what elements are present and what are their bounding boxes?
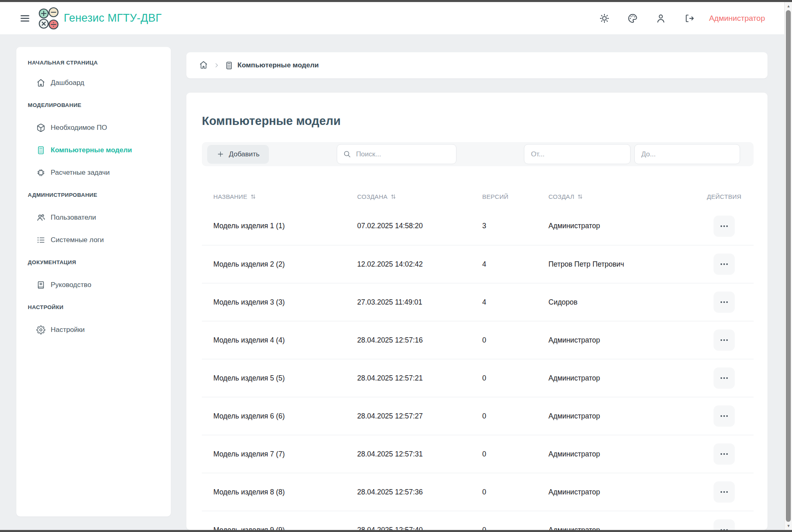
cell-versions: 0 bbox=[482, 412, 548, 421]
app-title: Генезис МГТУ-ДВГ bbox=[64, 12, 162, 24]
column-header-creator[interactable]: СОЗДАЛ bbox=[548, 193, 695, 200]
row-actions-button[interactable] bbox=[714, 216, 735, 237]
menu-hamburger-icon[interactable] bbox=[18, 11, 32, 25]
add-button[interactable]: Добавить bbox=[207, 145, 269, 164]
sidebar-item-computation-tasks[interactable]: Расчетные задачи bbox=[16, 161, 171, 184]
main-panel: Компьютерные модели Добавить НАЗВАНИЕ СО… bbox=[186, 93, 767, 530]
app-window: Генезис МГТУ-ДВГ Администратор НАЧАЛЬНАЯ… bbox=[0, 2, 784, 530]
cell-name: Модель изделия 5 (5) bbox=[202, 374, 357, 383]
sidebar-item-label: Руководство bbox=[51, 281, 91, 289]
cell-name: Модель изделия 6 (6) bbox=[202, 412, 357, 421]
theme-sun-icon[interactable] bbox=[599, 13, 610, 24]
row-actions-button[interactable] bbox=[714, 481, 735, 503]
sidebar-item-label: Компьютерные модели bbox=[51, 146, 132, 154]
cell-created: 12.02.2025 14:02:42 bbox=[357, 260, 482, 269]
sidebar-section-settings: НАСТРОЙКИ bbox=[16, 296, 171, 318]
sidebar-section-documentation: ДОКУМЕНТАЦИЯ bbox=[16, 251, 171, 274]
users-icon bbox=[36, 213, 45, 222]
search-input[interactable] bbox=[337, 144, 456, 164]
cell-versions: 0 bbox=[482, 488, 548, 496]
logout-icon[interactable] bbox=[683, 13, 695, 24]
table-header-row: НАЗВАНИЕ СОЗДАНА ВЕРСИЙ СОЗДАЛ ДЕЙСТВИЯ bbox=[202, 186, 754, 207]
cell-name: Модель изделия 7 (7) bbox=[202, 450, 357, 459]
row-actions-button[interactable] bbox=[714, 329, 735, 351]
palette-icon[interactable] bbox=[627, 13, 638, 24]
row-actions-button[interactable] bbox=[714, 405, 735, 427]
sidebar-item-label: Дашбоард bbox=[51, 79, 84, 87]
sidebar-item-users[interactable]: Пользователи bbox=[16, 206, 171, 229]
cell-created: 07.02.2025 14:58:20 bbox=[357, 222, 482, 230]
column-header-versions: ВЕРСИЙ bbox=[482, 193, 548, 200]
table-row: Модель изделия 5 (5) 28.04.2025 12:57:21… bbox=[202, 359, 754, 397]
book-icon bbox=[36, 280, 45, 289]
row-actions-button[interactable] bbox=[714, 292, 735, 313]
sidebar-item-label: Необходимое ПО bbox=[51, 124, 107, 132]
cell-versions: 0 bbox=[482, 450, 548, 459]
cell-name: Модель изделия 1 (1) bbox=[202, 222, 357, 230]
ellipsis-icon bbox=[719, 411, 729, 421]
window-top-edge bbox=[0, 0, 792, 2]
sidebar-item-required-software[interactable]: Необходимое ПО bbox=[16, 116, 171, 139]
ellipsis-icon bbox=[719, 259, 729, 269]
top-bar: Генезис МГТУ-ДВГ Администратор bbox=[0, 2, 784, 34]
cell-name: Модель изделия 3 (3) bbox=[202, 298, 357, 307]
sidebar-item-system-logs[interactable]: Системные логи bbox=[16, 229, 171, 251]
ellipsis-icon bbox=[719, 335, 729, 345]
cell-created: 28.04.2025 12:57:16 bbox=[357, 336, 482, 345]
table-row: Модель изделия 4 (4) 28.04.2025 12:57:16… bbox=[202, 321, 754, 359]
page-scrollbar[interactable]: ▲ ▼ bbox=[784, 2, 792, 530]
table-toolbar: Добавить bbox=[202, 142, 754, 166]
current-user-role[interactable]: Администратор bbox=[709, 14, 765, 23]
row-actions-button[interactable] bbox=[714, 443, 735, 465]
cell-creator: Администратор bbox=[548, 222, 695, 230]
date-from-input[interactable] bbox=[524, 144, 631, 164]
breadcrumb: Компьютерные модели bbox=[186, 52, 767, 78]
cell-creator: Администратор bbox=[548, 412, 695, 421]
breadcrumb-home-icon[interactable] bbox=[199, 60, 208, 70]
cell-versions: 4 bbox=[482, 260, 548, 269]
cell-versions: 3 bbox=[482, 222, 548, 230]
column-header-created[interactable]: СОЗДАНА bbox=[357, 193, 482, 200]
row-actions-button[interactable] bbox=[714, 367, 735, 389]
cell-name: Модель изделия 2 (2) bbox=[202, 260, 357, 269]
table-row: Модель изделия 7 (7) 28.04.2025 12:57:31… bbox=[202, 435, 754, 473]
add-button-label: Добавить bbox=[229, 150, 260, 158]
column-header-actions: ДЕЙСТВИЯ bbox=[695, 193, 754, 200]
window-bottom-edge bbox=[0, 530, 792, 532]
cell-versions: 4 bbox=[482, 298, 548, 307]
cell-creator: Петров Петр Петрович bbox=[548, 260, 695, 269]
cell-versions: 0 bbox=[482, 336, 548, 345]
sidebar-item-label: Настройки bbox=[51, 326, 85, 334]
ellipsis-icon bbox=[719, 487, 729, 497]
models-table: НАЗВАНИЕ СОЗДАНА ВЕРСИЙ СОЗДАЛ ДЕЙСТВИЯ bbox=[202, 186, 754, 532]
sort-icon bbox=[250, 194, 256, 200]
row-actions-button[interactable] bbox=[714, 254, 735, 275]
cell-created: 28.04.2025 12:57:27 bbox=[357, 412, 482, 421]
table-row: Модель изделия 1 (1) 07.02.2025 14:58:20… bbox=[202, 207, 754, 245]
cell-created: 28.04.2025 12:57:31 bbox=[357, 450, 482, 459]
table-row: Модель изделия 3 (3) 27.03.2025 11:49:01… bbox=[202, 283, 754, 321]
scrollbar-thumb[interactable] bbox=[786, 10, 791, 522]
scrollbar-up-arrow[interactable]: ▲ bbox=[785, 3, 792, 9]
column-header-name[interactable]: НАЗВАНИЕ bbox=[202, 193, 357, 200]
sidebar-item-label: Расчетные задачи bbox=[51, 169, 110, 177]
cell-versions: 0 bbox=[482, 374, 548, 383]
sidebar: НАЧАЛЬНАЯ СТРАНИЦА Дашбоард МОДЕЛИРОВАНИ… bbox=[16, 47, 171, 516]
ellipsis-icon bbox=[719, 373, 729, 383]
cell-creator: Администратор bbox=[548, 488, 695, 496]
sidebar-item-dashboard[interactable]: Дашбоард bbox=[16, 71, 171, 94]
app-logo-icon bbox=[38, 7, 60, 30]
date-to-input[interactable] bbox=[634, 144, 740, 164]
sidebar-item-manual[interactable]: Руководство bbox=[16, 274, 171, 296]
calculator-icon bbox=[36, 145, 45, 155]
sidebar-item-computer-models[interactable]: Компьютерные модели bbox=[16, 139, 171, 161]
sidebar-item-settings[interactable]: Настройки bbox=[16, 318, 171, 341]
ellipsis-icon bbox=[719, 221, 729, 231]
cell-creator: Администратор bbox=[548, 450, 695, 459]
sidebar-section-administration: АДМИНИСТРИРОВАНИЕ bbox=[16, 184, 171, 206]
box-icon bbox=[36, 123, 45, 132]
user-icon[interactable] bbox=[655, 13, 667, 24]
calculator-icon bbox=[225, 61, 233, 70]
page-title: Компьютерные модели bbox=[202, 114, 752, 128]
scrollbar-down-arrow[interactable]: ▼ bbox=[785, 523, 792, 529]
